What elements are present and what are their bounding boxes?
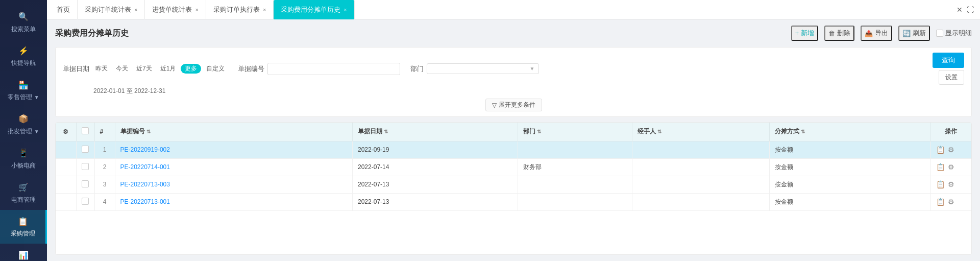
dept-select[interactable]: ▼ [427, 63, 539, 74]
tab-purchase-cost-split[interactable]: 采购费用分摊单历史 × [274, 0, 354, 19]
more-action-icon[interactable]: ⚙ [948, 180, 954, 188]
sidebar-item-retail[interactable]: 🏪 零售管理 ▼ [0, 74, 47, 108]
split-method-column-header[interactable]: 分摊方式 ⇅ [769, 123, 930, 141]
view-detail-icon[interactable]: 📋 [936, 146, 945, 154]
last7days-shortcut[interactable]: 近7天 [133, 64, 155, 74]
last1month-shortcut[interactable]: 近1月 [157, 64, 179, 74]
date-range-display: 2022-01-01 至 2022-12-31 [93, 87, 964, 96]
sidebar-item-label: 批发管理 [8, 128, 32, 135]
sidebar-item-wholesale[interactable]: 📦 批发管理 ▼ [0, 107, 47, 141]
main-area: 首页 采购订单统计表 × 进货单统计表 × 采购订单执行表 × 采购费用分摊单历… [47, 0, 980, 261]
num-column-header: # [94, 123, 115, 141]
docno-link[interactable]: PE-20220919-002 [120, 146, 170, 153]
row-docno[interactable]: PE-20220713-001 [115, 193, 353, 210]
close-icon[interactable]: × [344, 7, 347, 13]
row-split-method: 按金额 [769, 176, 930, 193]
sidebar-item-label: 电商管理 [11, 196, 36, 203]
docno-link[interactable]: PE-20220714-001 [120, 163, 170, 171]
refresh-button[interactable]: 🔄 刷新 [898, 26, 930, 41]
row-checkbox[interactable] [82, 163, 89, 170]
settings-column-header[interactable]: ⚙ [56, 123, 76, 141]
row-checkbox[interactable] [82, 146, 89, 153]
view-detail-icon[interactable]: 📋 [936, 180, 945, 188]
table-row: 1 PE-20220919-002 2022-09-19 按金额 📋 ⚙ [56, 141, 971, 158]
row-handler [632, 158, 769, 176]
sidebar-item-mobile[interactable]: 📱 小畅电商 [0, 141, 47, 176]
expand-more-button[interactable]: ▽ 展开更多条件 [485, 99, 542, 111]
row-dept [518, 141, 632, 158]
export-icon: 📤 [865, 30, 873, 37]
more-action-icon[interactable]: ⚙ [948, 198, 954, 206]
filter-right-group: 查询 设置 [933, 53, 964, 85]
custom-shortcut[interactable]: 自定义 [203, 64, 228, 74]
export-button[interactable]: 📤 导出 [861, 26, 892, 41]
sidebar-item-label: 零售管理 [8, 93, 32, 101]
tab-home[interactable]: 首页 [50, 0, 78, 19]
sidebar-item-shortcut[interactable]: ⚡ 快捷导航 [0, 39, 47, 74]
view-detail-icon[interactable]: 📋 [936, 163, 945, 171]
tab-purchase-receipt-stats[interactable]: 进货单统计表 × [145, 0, 206, 19]
dept-column-header[interactable]: 部门 ⇅ [518, 123, 632, 141]
handler-column-header[interactable]: 经手人 ⇅ [632, 123, 769, 141]
search-icon: 🔍 [3, 10, 44, 23]
filter-settings-button[interactable]: 设置 [939, 70, 964, 85]
trash-icon: 🗑 [828, 30, 835, 37]
tab-purchase-order-stats[interactable]: 采购订单统计表 × [78, 0, 145, 19]
docno-input[interactable] [267, 63, 400, 75]
row-dept: 财务部 [518, 158, 632, 176]
row-checkbox-cell[interactable] [76, 193, 94, 210]
delete-button[interactable]: 🗑 删除 [824, 26, 854, 41]
row-checkbox-cell[interactable] [76, 141, 94, 158]
sidebar-item-label: 快捷导航 [11, 59, 36, 66]
chevron-down-icon: ▼ [34, 94, 39, 100]
row-checkbox[interactable] [82, 198, 89, 205]
row-checkbox-cell[interactable] [76, 176, 94, 193]
more-action-icon[interactable]: ⚙ [948, 146, 954, 154]
sidebar-item-inventory[interactable]: 📊 库存核算 [0, 244, 47, 261]
close-icon[interactable]: × [134, 7, 137, 13]
show-cols-checkbox[interactable]: 显示明细 [936, 29, 972, 38]
sidebar-item-ecommerce[interactable]: 🛒 电商管理 [0, 176, 47, 210]
yesterday-shortcut[interactable]: 昨天 [92, 64, 111, 74]
checkbox-column-header[interactable] [76, 123, 94, 141]
date-range-text: 2022-01-01 至 2022-12-31 [93, 87, 165, 94]
row-settings [56, 176, 76, 193]
fullscreen-button[interactable]: ⛶ [967, 6, 974, 14]
more-shortcut[interactable]: 更多 [181, 64, 201, 74]
close-window-button[interactable]: ✕ [957, 6, 963, 14]
row-checkbox[interactable] [82, 180, 89, 187]
row-docno[interactable]: PE-20220919-002 [115, 141, 353, 158]
row-settings [56, 193, 76, 210]
wholesale-icon: 📦 [3, 112, 44, 126]
sort-icon: ⇅ [537, 129, 541, 135]
tab-bar: 首页 采购订单统计表 × 进货单统计表 × 采购订单执行表 × 采购费用分摊单历… [47, 0, 980, 19]
date-label: 单据日期 [358, 128, 382, 135]
tab-purchase-order-exec[interactable]: 采购订单执行表 × [206, 0, 274, 19]
docno-link[interactable]: PE-20220713-003 [120, 181, 170, 188]
docno-column-header[interactable]: 单据编号 ⇅ [115, 123, 353, 141]
sidebar-item-purchase[interactable]: 📋 采购管理 [0, 210, 47, 244]
ecommerce-icon: 🛒 [3, 181, 44, 194]
sidebar-item-search[interactable]: 🔍 搜索菜单 [0, 5, 47, 39]
more-action-icon[interactable]: ⚙ [948, 163, 954, 171]
query-button[interactable]: 查询 [933, 53, 964, 68]
row-split-method: 按金额 [769, 141, 930, 158]
docno-filter-label: 单据编号 [238, 64, 264, 74]
close-icon[interactable]: × [195, 7, 198, 13]
chevron-down-icon: ▼ [529, 66, 534, 72]
select-all-checkbox[interactable] [82, 127, 89, 134]
table-row: 2 PE-20220714-001 2022-07-14 财务部 按金额 📋 ⚙ [56, 158, 971, 176]
data-table: ⚙ # 单据编号 ⇅ 单据日期 ⇅ [56, 123, 971, 211]
date-column-header[interactable]: 单据日期 ⇅ [353, 123, 518, 141]
row-docno[interactable]: PE-20220714-001 [115, 158, 353, 176]
add-button[interactable]: + 新增 [791, 26, 818, 41]
today-shortcut[interactable]: 今天 [113, 64, 131, 74]
view-detail-icon[interactable]: 📋 [936, 198, 945, 206]
row-checkbox-cell[interactable] [76, 158, 94, 176]
docno-link[interactable]: PE-20220713-001 [120, 198, 170, 205]
sidebar-item-label: 小畅电商 [11, 162, 36, 169]
split-method-label: 分摊方式 [775, 128, 799, 135]
dept-filter-label: 部门 [410, 64, 424, 74]
close-icon[interactable]: × [263, 7, 266, 13]
row-docno[interactable]: PE-20220713-003 [115, 176, 353, 193]
